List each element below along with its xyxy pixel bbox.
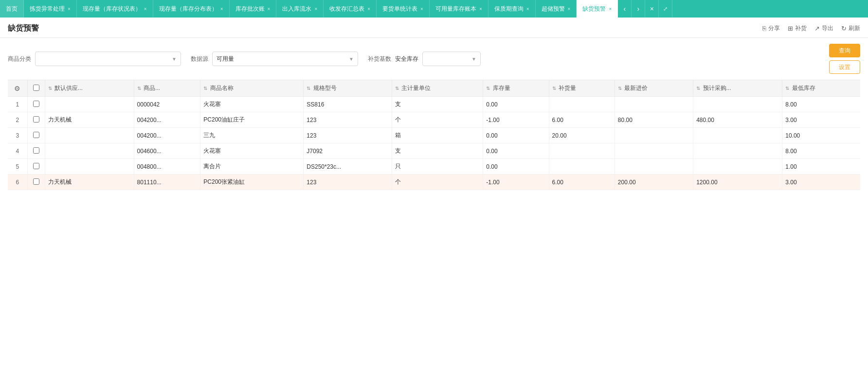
tab-shortage[interactable]: 缺货预警 × (577, 0, 618, 18)
cell-replenish-qty-2: 20.00 (549, 128, 615, 143)
cell-name-2: 三九 (200, 128, 304, 143)
cell-latest-price-5: 200.00 (615, 175, 693, 190)
col-replenish-qty-header[interactable]: ⇅ 补货量 (549, 80, 615, 97)
cell-min-stock-0: 8.00 (782, 97, 860, 112)
tab-close-receipt-summary[interactable]: × (367, 6, 370, 12)
col-product-code-header[interactable]: ⇅ 商品... (134, 80, 200, 97)
cell-replenish-qty-0 (549, 97, 615, 112)
datasource-filter-group: 数据源 可用量 ▼ (191, 52, 358, 66)
cell-index-3: 4 (8, 143, 27, 159)
cell-code-2: 004200... (134, 128, 200, 143)
table-container: ⚙ ⇅ 默认供应... ⇅ 商品... ⇅ 商品名称 (0, 80, 868, 190)
refresh-icon: ↻ (841, 25, 847, 32)
datasource-select[interactable]: 可用量 ▼ (212, 52, 358, 66)
tab-close-abnormal[interactable]: × (68, 6, 71, 12)
tab-available-ledger[interactable]: 可用量库存账本 × (430, 0, 488, 18)
share-button[interactable]: ⎘ 分享 (762, 24, 780, 33)
row-checkbox-4[interactable] (33, 163, 39, 169)
col-est-purchase-header[interactable]: ⇅ 预计采购... (693, 80, 782, 97)
tab-in-out-flow[interactable]: 出入库流水 × (276, 0, 324, 18)
col-spec-header[interactable]: ⇅ 规格型号 (304, 80, 392, 97)
col-unit-header[interactable]: ⇅ 主计量单位 (392, 80, 483, 97)
sort-icon-stock: ⇅ (486, 86, 490, 91)
col-product-name-header[interactable]: ⇅ 商品名称 (200, 80, 304, 97)
row-checkbox-2[interactable] (33, 132, 39, 138)
tab-close-in-out-flow[interactable]: × (314, 6, 317, 12)
tab-order-stats[interactable]: 要货单统计表 × (377, 0, 430, 18)
tab-close-inventory-status[interactable]: × (144, 6, 147, 12)
tab-nav-prev[interactable]: ‹ (618, 0, 632, 18)
tab-close-overstock[interactable]: × (568, 6, 571, 12)
cell-latest-price-3 (615, 143, 693, 159)
tab-abnormal[interactable]: 拣货异常处理 × (24, 0, 77, 18)
cell-stock-4: 0.00 (483, 159, 549, 175)
settings-button[interactable]: 设置 (829, 60, 860, 74)
tab-close-inventory-dist[interactable]: × (220, 6, 223, 12)
cell-checkbox-1[interactable] (27, 112, 45, 128)
sort-icon-name: ⇅ (203, 86, 207, 91)
col-gear-header[interactable]: ⚙ (8, 80, 27, 97)
cell-checkbox-4[interactable] (27, 159, 45, 175)
replenish-button[interactable]: ⊞ 补货 (788, 24, 807, 33)
query-button[interactable]: 查询 (829, 44, 860, 57)
tab-receipt-summary[interactable]: 收发存汇总表 × (324, 0, 377, 18)
tab-close-shortage[interactable]: × (609, 6, 612, 12)
data-table: ⚙ ⇅ 默认供应... ⇅ 商品... ⇅ 商品名称 (8, 80, 860, 190)
cell-checkbox-2[interactable] (27, 128, 45, 143)
tab-close-available-ledger[interactable]: × (479, 6, 482, 12)
col-checkbox-header[interactable] (27, 80, 45, 97)
sort-icon-replenish-qty: ⇅ (552, 86, 556, 91)
tab-inventory-dist[interactable]: 现存量（库存分布表） × (153, 0, 230, 18)
page-header: 缺货预警 ⎘ 分享 ⊞ 补货 ↗ 导出 ↻ 刷新 (0, 18, 868, 38)
row-checkbox-0[interactable] (33, 101, 39, 107)
cell-checkbox-5[interactable] (27, 175, 45, 190)
cell-supplier-1: 力天机械 (45, 112, 134, 128)
col-latest-price-header[interactable]: ⇅ 最新进价 (615, 80, 693, 97)
cell-supplier-3 (45, 143, 134, 159)
col-stock-header[interactable]: ⇅ 库存量 (483, 80, 549, 97)
tab-inventory-status[interactable]: 现存量（库存状况表） × (77, 0, 153, 18)
export-button[interactable]: ↗ 导出 (814, 24, 833, 33)
row-checkbox-5[interactable] (33, 178, 39, 185)
tab-close-expiry-query[interactable]: × (526, 6, 529, 12)
tab-close-batch-account[interactable]: × (268, 6, 271, 12)
cell-unit-4: 只 (392, 159, 483, 175)
tab-home[interactable]: 首页 (0, 0, 24, 18)
cell-spec-1: 123 (304, 112, 392, 128)
category-label: 商品分类 (8, 55, 31, 63)
cell-latest-price-2 (615, 128, 693, 143)
sort-icon-spec: ⇅ (307, 86, 310, 91)
cell-replenish-qty-3 (549, 143, 615, 159)
cell-min-stock-3: 8.00 (782, 143, 860, 159)
export-icon: ↗ (814, 25, 820, 32)
cell-checkbox-3[interactable] (27, 143, 45, 159)
category-select[interactable]: ▼ (35, 52, 181, 66)
tab-expiry-query[interactable]: 保质期查询 × (488, 0, 536, 18)
row-checkbox-3[interactable] (33, 147, 39, 154)
cell-index-5: 6 (8, 175, 27, 190)
filter-area: 商品分类 ▼ 数据源 可用量 ▼ 补货基数 安全库存 ▼ 查询 (0, 38, 868, 80)
tab-close-window[interactable]: × (645, 0, 659, 18)
col-default-supplier-header[interactable]: ⇅ 默认供应... (45, 80, 134, 97)
cell-min-stock-5: 3.00 (782, 175, 860, 190)
refresh-button[interactable]: ↻ 刷新 (841, 24, 860, 33)
cell-est-purchase-3 (693, 143, 782, 159)
tab-batch-account[interactable]: 库存批次账 × (230, 0, 277, 18)
cell-spec-4: DS250*23c... (304, 159, 392, 175)
tab-nav-next[interactable]: › (632, 0, 645, 18)
cell-code-4: 004800... (134, 159, 200, 175)
cell-replenish-qty-5: 6.00 (549, 175, 615, 190)
cell-index-2: 3 (8, 128, 27, 143)
replenish-base-select[interactable]: ▼ (422, 52, 481, 66)
cell-name-3: 火花塞 (200, 143, 304, 159)
tab-fullscreen[interactable]: ⤢ (659, 0, 672, 18)
tab-overstock[interactable]: 超储预警 × (536, 0, 577, 18)
tab-close-order-stats[interactable]: × (420, 6, 423, 12)
select-all-checkbox[interactable] (33, 85, 39, 91)
column-settings-icon[interactable]: ⚙ (14, 85, 21, 92)
row-checkbox-1[interactable] (33, 116, 39, 123)
col-min-stock-header[interactable]: ⇅ 最低库存 (782, 80, 860, 97)
cell-checkbox-0[interactable] (27, 97, 45, 112)
cell-unit-1: 个 (392, 112, 483, 128)
table-row: 2 力天机械 004200... PC200油缸庄子 123 个 -1.00 6… (8, 112, 860, 128)
